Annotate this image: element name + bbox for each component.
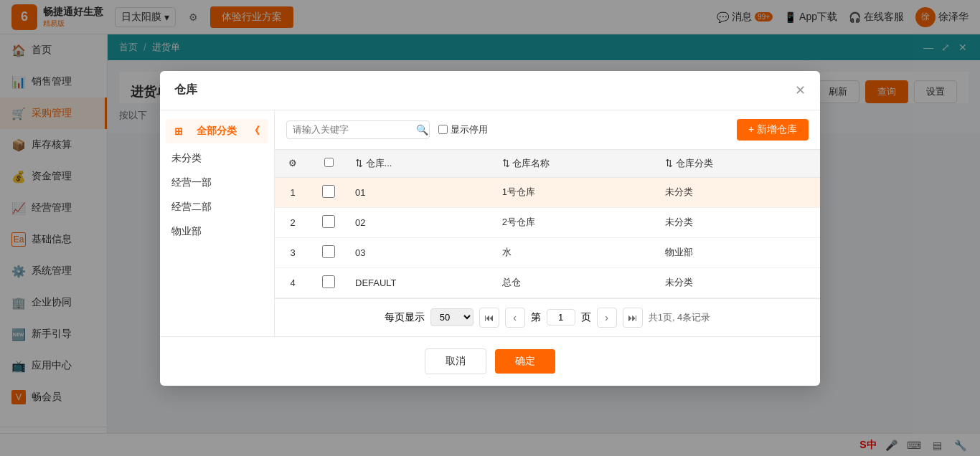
th-settings: ⚙: [275, 150, 311, 178]
row-category: 未分类: [656, 177, 820, 207]
row-category: 物业部: [656, 237, 820, 267]
th-code: ⇅ 仓库...: [347, 150, 494, 178]
sort-icon: ⇅: [355, 158, 363, 168]
row-name: 2号仓库: [494, 207, 657, 237]
sort-icon-name: ⇅: [502, 158, 510, 168]
modal-header: 仓库 ✕: [160, 71, 820, 110]
modal-overlay: 仓库 ✕ ⊞ 全部分类 《 未分类 经营一部 经营二部 物业部: [0, 0, 980, 456]
table-row[interactable]: 3 03 水 物业部: [275, 237, 820, 267]
row-checkbox[interactable]: [322, 185, 335, 198]
category-property[interactable]: 物业部: [160, 219, 274, 244]
per-page-label: 每页显示: [385, 311, 425, 324]
row-checkbox[interactable]: [322, 275, 335, 288]
th-checkbox: [311, 150, 347, 178]
show-disabled-check[interactable]: [438, 125, 448, 134]
cancel-button[interactable]: 取消: [425, 348, 486, 374]
gear-icon: ⚙: [288, 158, 297, 168]
show-disabled-checkbox[interactable]: 显示停用: [438, 123, 488, 136]
search-icon[interactable]: 🔍: [416, 124, 428, 136]
category-operation2[interactable]: 经营二部: [160, 195, 274, 219]
warehouse-list-panel: 🔍 显示停用 + 新增仓库 ⚙: [275, 110, 820, 336]
warehouse-modal: 仓库 ✕ ⊞ 全部分类 《 未分类 经营一部 经营二部 物业部: [160, 71, 820, 386]
sort-icon-cat: ⇅: [665, 158, 673, 168]
row-code: 02: [347, 207, 494, 237]
total-info: 共1页, 4条记录: [649, 311, 711, 324]
row-num: 1: [275, 177, 311, 207]
row-category: 未分类: [656, 207, 820, 237]
table-row[interactable]: 2 02 2号仓库 未分类: [275, 207, 820, 237]
row-num: 2: [275, 207, 311, 237]
pagination: 每页显示 50 100 ⏮ ‹ 第 页 › ⏭ 共1页, 4条记录: [275, 298, 820, 336]
th-category: ⇅ 仓库分类: [656, 150, 820, 178]
all-category-item[interactable]: ⊞ 全部分类 《: [166, 119, 268, 143]
row-name: 1号仓库: [494, 177, 657, 207]
table-row[interactable]: 4 DEFAULT 总仓 未分类: [275, 267, 820, 298]
warehouse-table-container: ⚙ ⇅ 仓库... ⇅ 仓库名称: [275, 150, 820, 298]
search-input[interactable]: [293, 124, 413, 135]
prev-page-button[interactable]: ‹: [505, 308, 525, 328]
page-label: 第: [531, 311, 541, 324]
category-panel: ⊞ 全部分类 《 未分类 经营一部 经营二部 物业部: [160, 110, 275, 336]
page-number-input[interactable]: [547, 309, 575, 326]
row-category: 未分类: [656, 267, 820, 298]
modal-title: 仓库: [174, 82, 197, 98]
th-name: ⇅ 仓库名称: [494, 150, 657, 178]
modal-toolbar: 🔍 显示停用 + 新增仓库: [275, 110, 820, 150]
grid-icon: ⊞: [174, 125, 183, 137]
warehouse-table: ⚙ ⇅ 仓库... ⇅ 仓库名称: [275, 150, 820, 298]
collapse-icon[interactable]: 《: [250, 125, 260, 138]
next-page-button[interactable]: ›: [597, 308, 617, 328]
category-unclassified[interactable]: 未分类: [160, 146, 274, 171]
row-num: 3: [275, 237, 311, 267]
row-code: DEFAULT: [347, 267, 494, 298]
first-page-button[interactable]: ⏮: [479, 308, 499, 328]
table-row[interactable]: 1 01 1号仓库 未分类: [275, 177, 820, 207]
row-checkbox[interactable]: [322, 215, 335, 228]
page-suffix: 页: [581, 311, 591, 324]
last-page-button[interactable]: ⏭: [623, 308, 643, 328]
add-warehouse-button[interactable]: + 新增仓库: [737, 119, 809, 141]
confirm-button[interactable]: 确定: [495, 349, 555, 374]
row-name: 总仓: [494, 267, 657, 298]
row-code: 03: [347, 237, 494, 267]
modal-body: ⊞ 全部分类 《 未分类 经营一部 经营二部 物业部 🔍: [160, 110, 820, 336]
modal-footer: 取消 确定: [160, 336, 820, 386]
modal-close-button[interactable]: ✕: [795, 82, 806, 98]
select-all-checkbox[interactable]: [324, 158, 334, 167]
category-operation1[interactable]: 经营一部: [160, 171, 274, 195]
per-page-select[interactable]: 50 100: [430, 308, 473, 326]
row-num: 4: [275, 267, 311, 298]
row-checkbox[interactable]: [322, 245, 335, 258]
row-name: 水: [494, 237, 657, 267]
row-code: 01: [347, 177, 494, 207]
search-box: 🔍: [286, 120, 430, 139]
